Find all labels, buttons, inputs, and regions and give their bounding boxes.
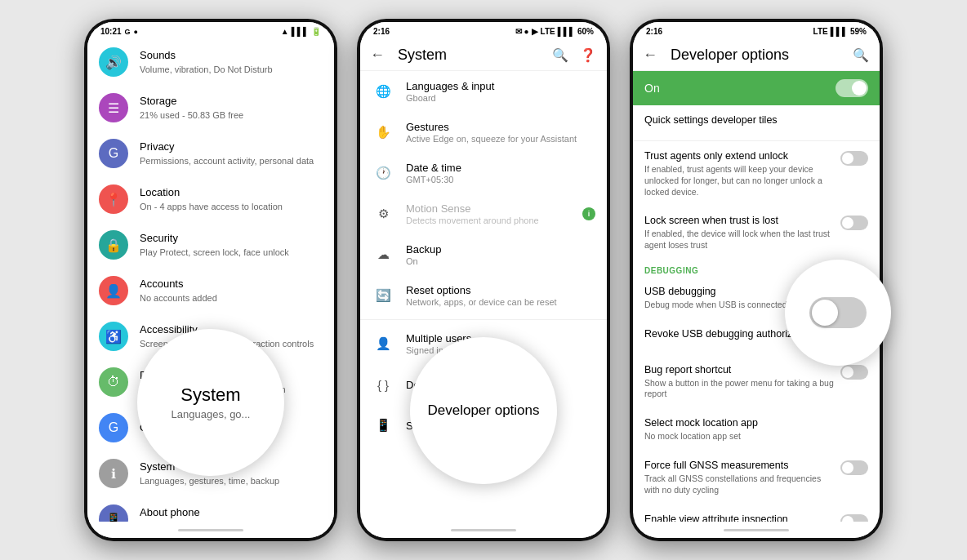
whatsapp-icon: ●	[524, 27, 529, 36]
back-button-2[interactable]: ←	[370, 47, 385, 64]
languages-icon: 🌐	[372, 80, 394, 103]
location-title: Location	[140, 186, 323, 200]
dev-item-view-attribute[interactable]: Enable view attribute inspection	[633, 504, 880, 522]
view-attribute-toggle-knob	[842, 516, 853, 522]
sounds-subtitle: Volume, vibration, Do Not Disturb	[140, 64, 323, 75]
settings-item-privacy[interactable]: G Privacy Permissions, account activity,…	[87, 131, 334, 176]
datetime-icon: 🕐	[372, 162, 394, 184]
settings-item-storage[interactable]: ☰ Storage 21% used - 50.83 GB free	[87, 85, 334, 131]
lock-screen-trust-subtitle: If enabled, the device will lock when th…	[644, 229, 834, 251]
trust-agents-toggle-knob	[842, 153, 853, 164]
trust-agents-title: Trust agents only extend unlock	[644, 149, 834, 162]
dev-on-label: On	[644, 82, 660, 95]
wifi-icon-1: ▲	[281, 27, 289, 36]
time-3: 2:16	[646, 27, 662, 36]
security-icon: 🔒	[99, 230, 128, 260]
settings-item-location[interactable]: 📍 Location On - 4 apps have access to lo…	[87, 176, 334, 222]
status-bar-1: 10:21 G ● ▲ ▌▌▌ 🔋	[87, 22, 334, 39]
sounds-icon: 🔊	[99, 47, 128, 77]
gestures-subtitle: Active Edge on, squeeze for your Assista…	[406, 134, 595, 144]
bug-report-toggle-knob	[842, 367, 853, 378]
settings-item-accounts[interactable]: 👤 Accounts No accounts added	[87, 268, 334, 313]
settings-item-security[interactable]: 🔒 Security Play Protect, screen lock, fa…	[87, 222, 334, 268]
system-circle-title: System	[180, 384, 240, 406]
backup-title: Backup	[406, 243, 595, 256]
system-circle-sub: Languages, go...	[172, 408, 251, 420]
signal-icon-1: ▌▌▌	[292, 27, 309, 36]
accounts-title: Accounts	[140, 278, 323, 291]
sounds-text: Sounds Volume, vibration, Do Not Disturb	[140, 49, 323, 75]
lte-label-2: LTE	[541, 27, 555, 36]
system-item-motion-sense[interactable]: ⚙ Motion Sense Detects movement around p…	[360, 193, 607, 234]
dev-on-header: On	[633, 71, 880, 105]
system-item-languages[interactable]: 🌐 Languages & input Gboard	[360, 71, 607, 112]
status-left-3: 2:16	[646, 27, 662, 36]
reset-subtitle: Network, apps, or device can be reset	[406, 297, 595, 307]
view-attribute-toggle[interactable]	[840, 514, 868, 522]
languages-text: Languages & input Gboard	[406, 80, 595, 103]
languages-subtitle: Gboard	[406, 93, 595, 103]
search-button-2[interactable]: 🔍	[551, 46, 569, 64]
motion-sense-badge: i	[582, 207, 595, 220]
status-bar-3: 2:16 LTE ▌▌▌ 59%	[633, 22, 880, 39]
back-button-3[interactable]: ←	[643, 47, 657, 64]
storage-title: Storage	[140, 95, 323, 109]
usb-debugging-circle-overlay	[785, 260, 891, 366]
dev-item-force-gnss[interactable]: Force full GNSS measurements Track all G…	[633, 451, 880, 504]
location-text: Location On - 4 apps have access to loca…	[140, 186, 323, 212]
home-bar-2	[451, 529, 516, 531]
help-button-2[interactable]: ❓	[579, 46, 597, 64]
bug-report-title: Bug report shortcut	[644, 363, 834, 376]
reset-title: Reset options	[406, 284, 595, 296]
dev-item-lock-screen-trust[interactable]: Lock screen when trust is lost If enable…	[633, 206, 880, 260]
force-gnss-text: Force full GNSS measurements Track all G…	[644, 459, 834, 496]
lock-screen-trust-toggle[interactable]	[840, 216, 868, 230]
status-right-1: ▲ ▌▌▌ 🔋	[281, 27, 321, 36]
about-phone-text: About phone Pixel 4 XL	[140, 506, 323, 522]
developer-options-icon: { }	[372, 373, 394, 396]
dev-item-quick-settings[interactable]: Quick settings developer tiles	[633, 105, 880, 141]
usb-toggle-big-knob	[812, 300, 838, 326]
accessibility-icon: ♿	[99, 322, 128, 351]
settings-item-about-phone[interactable]: 📱 About phone Pixel 4 XL	[87, 496, 334, 522]
datetime-text: Date & time GMT+05:30	[406, 162, 595, 184]
accounts-icon: 👤	[99, 276, 128, 305]
usb-toggle-big[interactable]	[809, 297, 867, 328]
system-item-gestures[interactable]: ✋ Gestures Active Edge on, squeeze for y…	[360, 112, 607, 153]
trust-agents-toggle[interactable]	[840, 151, 868, 166]
dev-on-toggle-knob	[852, 81, 867, 96]
status-bar-2: 2:16 ✉ ● ▶ LTE ▌▌▌ 60%	[360, 22, 607, 39]
developer-circle-overlay: Developer options	[410, 337, 557, 484]
force-gnss-toggle[interactable]	[840, 460, 868, 475]
home-indicator-2	[360, 522, 607, 538]
dev-on-toggle[interactable]	[836, 79, 868, 97]
system-update-icon: 📱	[372, 414, 394, 437]
bug-report-toggle[interactable]	[840, 365, 868, 380]
system-item-reset[interactable]: 🔄 Reset options Network, apps, or device…	[360, 275, 607, 316]
dev-item-trust-agents[interactable]: Trust agents only extend unlock If enabl…	[633, 141, 880, 206]
signal-3: ▌▌▌	[831, 27, 848, 36]
force-gnss-title: Force full GNSS measurements	[644, 459, 834, 472]
status-left-2: 2:16	[373, 27, 390, 36]
location-subtitle: On - 4 apps have access to location	[140, 201, 323, 212]
gestures-text: Gestures Active Edge on, squeeze for you…	[406, 121, 595, 144]
system-item-backup[interactable]: ☁ Backup On	[360, 234, 607, 275]
lock-screen-trust-toggle-knob	[842, 217, 853, 229]
developer-circle-title: Developer options	[427, 402, 539, 419]
phone-3: 2:16 LTE ▌▌▌ 59% ← Developer options 🔍 O…	[630, 19, 883, 541]
app-bar-icons-3: 🔍	[852, 46, 870, 64]
force-gnss-toggle-knob	[842, 462, 853, 473]
search-button-3[interactable]: 🔍	[852, 46, 870, 64]
security-subtitle: Play Protect, screen lock, face unlock	[140, 247, 323, 258]
storage-text: Storage 21% used - 50.83 GB free	[140, 95, 323, 121]
battery-3: 59%	[850, 27, 867, 36]
motion-sense-subtitle: Detects movement around phone	[406, 216, 582, 225]
msg-icon: ✉	[515, 27, 522, 36]
dev-item-mock-location[interactable]: Select mock location app No mock locatio…	[633, 408, 880, 451]
system-subtitle: Languages, gestures, time, backup	[140, 475, 323, 487]
phone-1: 10:21 G ● ▲ ▌▌▌ 🔋 🔊 Sounds Volume, vibra…	[84, 19, 337, 541]
system-item-datetime[interactable]: 🕐 Date & time GMT+05:30	[360, 153, 607, 193]
trust-agents-text: Trust agents only extend unlock If enabl…	[644, 149, 834, 198]
settings-item-sounds[interactable]: 🔊 Sounds Volume, vibration, Do Not Distu…	[87, 39, 334, 85]
storage-subtitle: 21% used - 50.83 GB free	[140, 109, 323, 121]
